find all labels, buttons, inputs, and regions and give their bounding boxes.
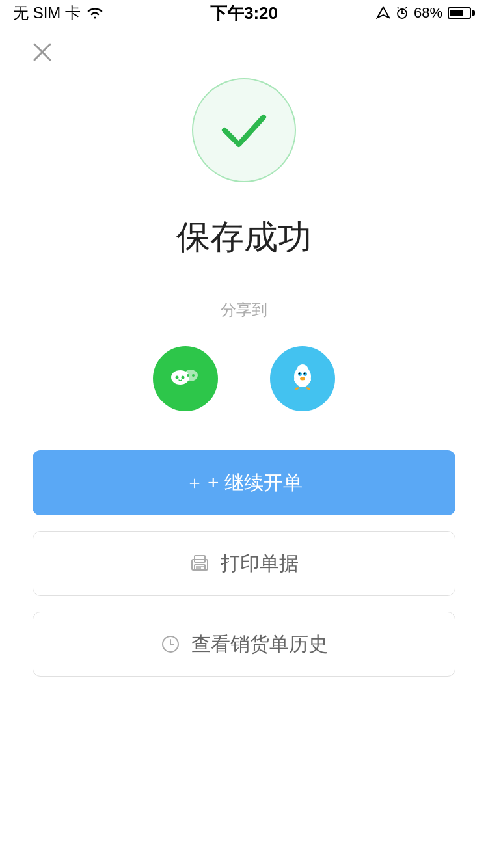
main-content: 保存成功 分享到 — [0, 26, 488, 677]
status-time: 下午3:20 — [210, 2, 278, 25]
history-button[interactable]: 查看销货单历史 — [33, 612, 455, 677]
svg-point-13 — [192, 374, 195, 377]
battery-icon — [448, 7, 475, 19]
qq-share-button[interactable] — [270, 346, 335, 411]
close-button[interactable] — [26, 36, 59, 68]
status-left: 无 SIM 卡 — [13, 3, 104, 23]
location-icon — [376, 6, 390, 20]
svg-point-20 — [299, 373, 301, 375]
no-sim-text: 无 SIM 卡 — [13, 3, 81, 23]
success-title: 保存成功 — [176, 215, 312, 260]
share-divider-row: 分享到 — [33, 299, 455, 320]
continue-button[interactable]: ＋ + 继续开单 — [33, 450, 455, 515]
right-divider — [280, 310, 455, 310]
svg-line-4 — [398, 7, 399, 8]
alarm-icon — [396, 7, 409, 20]
continue-label: + 继续开单 — [208, 470, 303, 496]
buttons-section: ＋ + 继续开单 打印单据 查看销货单历史 — [0, 450, 488, 677]
wechat-icon — [166, 359, 205, 398]
svg-point-11 — [182, 376, 185, 379]
checkmark-icon — [215, 101, 273, 159]
svg-point-12 — [187, 374, 189, 377]
history-label: 查看销货单历史 — [191, 631, 328, 658]
status-right: 68% — [376, 5, 475, 21]
qq-icon — [283, 359, 322, 398]
print-button[interactable]: 打印单据 — [33, 531, 455, 596]
svg-line-5 — [405, 7, 407, 8]
print-icon — [189, 553, 210, 574]
close-icon — [32, 42, 53, 62]
svg-point-9 — [183, 370, 198, 381]
svg-point-10 — [176, 376, 179, 379]
history-icon — [160, 634, 181, 655]
share-section: 分享到 — [0, 299, 488, 411]
status-bar: 无 SIM 卡 下午3:20 68% — [0, 0, 488, 26]
share-label: 分享到 — [208, 299, 280, 320]
share-icons-row — [33, 346, 455, 411]
svg-point-22 — [300, 377, 305, 381]
left-divider — [33, 310, 208, 310]
print-label: 打印单据 — [221, 550, 299, 577]
wifi-icon — [86, 6, 104, 20]
success-icon-circle — [192, 78, 296, 182]
plus-icon: ＋ — [185, 470, 204, 495]
svg-rect-25 — [195, 565, 205, 570]
svg-point-21 — [304, 373, 306, 375]
battery-percentage: 68% — [414, 5, 442, 21]
wechat-share-button[interactable] — [153, 346, 218, 411]
svg-marker-0 — [377, 7, 389, 18]
